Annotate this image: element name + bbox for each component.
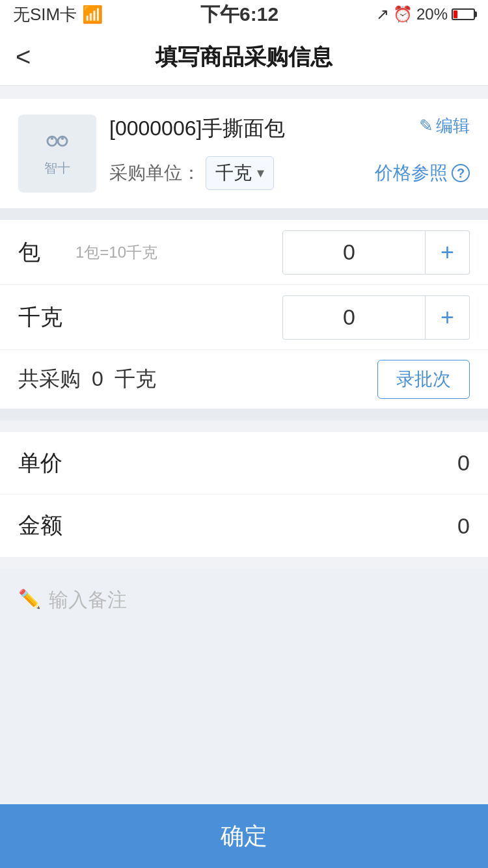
location-icon: ↗ bbox=[376, 5, 389, 23]
edit-icon: ✎ bbox=[419, 116, 433, 136]
help-icon: ? bbox=[452, 164, 470, 182]
summary-unit: 千克 bbox=[115, 367, 156, 390]
back-button[interactable]: < bbox=[16, 42, 31, 72]
summary-row: 共采购 0 千克 录批次 bbox=[0, 350, 488, 409]
alarm-icon: ⏰ bbox=[393, 5, 413, 23]
bag-sublabel: 1包=10千克 bbox=[75, 242, 282, 263]
price-ref-label: 价格参照 bbox=[375, 161, 448, 185]
unit-select-text: 千克 bbox=[215, 161, 252, 185]
divider-2 bbox=[0, 409, 488, 420]
status-right: ↗ ⏰ 20% bbox=[376, 5, 475, 23]
status-bar: 无SIM卡 📶 下午6:12 ↗ ⏰ 20% bbox=[0, 0, 488, 29]
remark-section[interactable]: ✏️ 输入备注 bbox=[0, 569, 488, 632]
bag-increment-button[interactable]: + bbox=[426, 230, 470, 275]
summary-text: 共采购 0 千克 bbox=[18, 365, 156, 394]
nav-bar: < 填写商品采购信息 bbox=[0, 29, 488, 86]
kg-quantity-input[interactable] bbox=[282, 295, 426, 340]
product-card: 智十 [0000006]手撕面包 ✎ 编辑 采购单位： 千克 ▾ 价格参照 ? bbox=[0, 99, 488, 208]
batch-button[interactable]: 录批次 bbox=[377, 360, 470, 399]
kg-label: 千克 bbox=[18, 303, 70, 332]
wifi-icon: 📶 bbox=[82, 5, 103, 25]
pencil-icon: ✏️ bbox=[18, 588, 41, 610]
amount-value: 0 bbox=[457, 513, 470, 539]
battery-icon bbox=[452, 8, 475, 20]
carrier-label: 无SIM卡 bbox=[13, 3, 77, 26]
edit-label: 编辑 bbox=[436, 115, 470, 137]
summary-amount: 0 bbox=[92, 367, 103, 390]
bag-input-group: + bbox=[282, 230, 470, 275]
unit-price-label: 单价 bbox=[18, 448, 62, 478]
remark-placeholder: 输入备注 bbox=[49, 587, 127, 614]
svg-point-2 bbox=[51, 137, 53, 140]
amount-label: 金额 bbox=[18, 511, 62, 541]
bag-label: 包 bbox=[18, 237, 70, 267]
unit-price-value: 0 bbox=[457, 450, 470, 476]
battery-percent: 20% bbox=[416, 5, 448, 23]
product-info: [0000006]手撕面包 ✎ 编辑 采购单位： 千克 ▾ 价格参照 ? bbox=[109, 115, 470, 190]
kg-input-row: 千克 + bbox=[0, 285, 488, 350]
product-name: [0000006]手撕面包 bbox=[109, 115, 419, 143]
divider-1 bbox=[0, 208, 488, 220]
edit-button[interactable]: ✎ 编辑 bbox=[419, 115, 470, 137]
amount-row: 金额 0 bbox=[0, 495, 488, 557]
unit-select[interactable]: 千克 ▾ bbox=[206, 156, 274, 190]
price-section: 单价 0 金额 0 bbox=[0, 432, 488, 557]
status-time: 下午6:12 bbox=[200, 1, 278, 28]
product-thumb-text: 智十 bbox=[44, 159, 70, 177]
input-section: 包 1包=10千克 + 千克 + bbox=[0, 220, 488, 350]
kg-increment-button[interactable]: + bbox=[426, 295, 470, 340]
svg-point-3 bbox=[61, 137, 64, 140]
confirm-button[interactable]: 确定 bbox=[0, 804, 488, 868]
status-left: 无SIM卡 📶 bbox=[13, 3, 103, 26]
unit-price-row: 单价 0 bbox=[0, 432, 488, 495]
page-title: 填写商品采购信息 bbox=[156, 42, 332, 72]
product-thumb-icon bbox=[41, 131, 74, 157]
unit-label: 采购单位： bbox=[109, 161, 200, 185]
chevron-down-icon: ▾ bbox=[257, 165, 264, 182]
summary-prefix: 共采购 bbox=[18, 367, 81, 390]
bag-quantity-input[interactable] bbox=[282, 230, 426, 275]
price-reference-button[interactable]: 价格参照 ? bbox=[375, 161, 470, 185]
kg-input-group: + bbox=[282, 295, 470, 340]
product-thumbnail: 智十 bbox=[18, 115, 96, 193]
bag-input-row: 包 1包=10千克 + bbox=[0, 220, 488, 285]
